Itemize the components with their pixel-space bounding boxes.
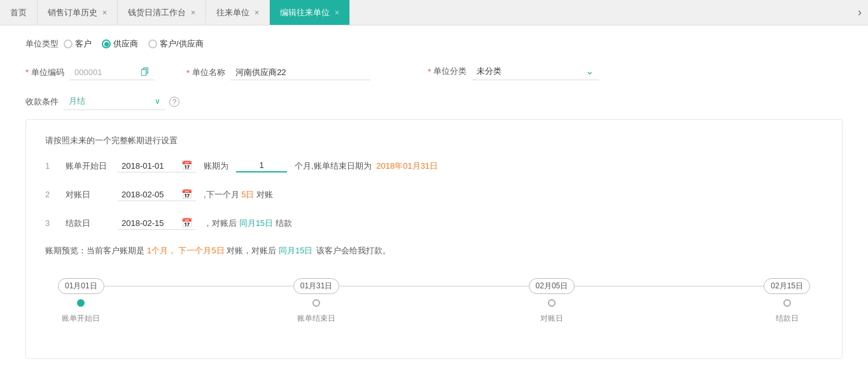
tab-home[interactable]: 首页 xyxy=(0,0,38,25)
calendar-icon-1[interactable]: 📅 xyxy=(181,160,192,171)
radio-customer-label: 客户 xyxy=(75,38,92,50)
unit-code-input-wrap: 🗍 xyxy=(69,64,155,80)
setting-row-3: 3 结款日 📅 ，对账后 同月15日 结款 xyxy=(45,216,823,230)
timeline-badge-3: 02月05日 xyxy=(529,278,575,294)
unit-name-input[interactable] xyxy=(230,65,370,80)
row-desc-2-suffix: 对账 xyxy=(256,190,273,199)
row-num-2: 2 xyxy=(45,190,58,199)
timeline-dot-3 xyxy=(548,299,556,307)
unit-code-input[interactable] xyxy=(74,67,138,77)
tab-more-button[interactable]: › xyxy=(851,0,868,25)
tab-sales-label: 销售订单历史 xyxy=(48,7,97,18)
row-desc-3: ，对账后 同月15日 结款 xyxy=(204,218,292,229)
tab-edit-close-icon[interactable]: × xyxy=(335,8,339,17)
unit-code-group: * 单位编码 🗍 xyxy=(25,64,155,80)
row-desc-3-highlight: 同月15日 xyxy=(239,218,273,228)
settings-box: 请按照未来的一个完整帐期进行设置 1 账单开始日 📅 账期为 个月,账单结束日期… xyxy=(25,119,843,359)
tab-partner[interactable]: 往来单位 × xyxy=(206,0,270,25)
main-content: 单位类型 客户 供应商 客户/供应商 * 单位编码 xyxy=(0,25,868,387)
setting-row-1: 1 账单开始日 📅 账期为 个月,账单结束日期为 2018年01月31日 xyxy=(45,159,823,172)
tab-bar: 首页 销售订单历史 × 钱货日清工作台 × 往来单位 × 编辑往来单位 × › xyxy=(0,0,868,25)
tab-edit-label: 编辑往来单位 xyxy=(280,7,330,18)
row-months-text: 个月,账单结束日期为 xyxy=(295,161,372,171)
timeline-item-1: 01月01日 账单开始日 xyxy=(58,278,104,324)
preview-span3: 同月15日 xyxy=(279,246,312,255)
row-desc-3-suffix: 结款 xyxy=(276,218,292,228)
timeline-label-3: 对账日 xyxy=(540,313,563,324)
row-label-3: 结款日 xyxy=(66,218,110,229)
row-desc-prefix-1: 账期为 xyxy=(204,160,228,172)
period-input-1[interactable] xyxy=(236,159,287,172)
unit-name-label: 单位名称 xyxy=(192,67,225,78)
row-desc-3-prefix: ，对账后 xyxy=(204,218,237,228)
date-field-3[interactable] xyxy=(122,218,179,228)
unit-code-label: 单位编码 xyxy=(31,67,64,78)
date-input-2: 📅 xyxy=(118,188,196,201)
tab-cash-work[interactable]: 钱货日清工作台 × xyxy=(118,0,206,25)
payment-group: 收款条件 月结 ∨ ? xyxy=(25,93,179,110)
unit-class-select[interactable]: 未分类 ⌄ xyxy=(472,62,599,80)
preview-span1: 1个月， xyxy=(147,246,176,255)
tab-cash-close-icon[interactable]: × xyxy=(191,8,195,17)
tab-home-label: 首页 xyxy=(10,7,27,18)
timeline-item-4: 02月15日 结款日 xyxy=(764,278,810,324)
payment-value: 月结 xyxy=(69,95,150,107)
help-icon-label: ? xyxy=(172,98,176,106)
tab-sales-close-icon[interactable]: × xyxy=(102,8,107,17)
preview-span2: 下一个月5日 xyxy=(178,246,224,255)
radio-both-circle xyxy=(148,39,157,48)
date-field-2[interactable] xyxy=(122,190,179,199)
timeline-dot-4 xyxy=(783,299,791,307)
help-icon[interactable]: ? xyxy=(169,97,179,107)
radio-customer-circle xyxy=(64,39,73,48)
radio-supplier-circle xyxy=(102,39,111,48)
tab-sales-order[interactable]: 销售订单历史 × xyxy=(38,0,118,25)
timeline-label-2: 账单结束日 xyxy=(297,313,335,324)
row-end-date-highlight: 2018年01月31日 xyxy=(376,161,438,171)
payment-chevron-icon: ∨ xyxy=(155,97,160,106)
timeline-item-3: 02月05日 对账日 xyxy=(529,278,575,324)
unit-class-value: 未分类 xyxy=(477,66,585,77)
unit-type-row: 单位类型 客户 供应商 客户/供应商 xyxy=(25,38,843,50)
radio-supplier[interactable]: 供应商 xyxy=(102,38,138,50)
timeline-badge-1: 01月01日 xyxy=(58,278,104,294)
calendar-icon-2[interactable]: 📅 xyxy=(181,189,192,199)
setting-row-2: 2 对账日 📅 ,下一个月 5日 对账 xyxy=(45,188,823,201)
timeline-item-2: 01月31日 账单结束日 xyxy=(293,278,340,324)
timeline-label-1: 账单开始日 xyxy=(62,313,100,324)
tab-cash-label: 钱货日清工作台 xyxy=(128,7,186,18)
date-input-3: 📅 xyxy=(118,216,196,230)
unit-name-star: * xyxy=(186,68,190,78)
row-desc-suffix-1: 个月,账单结束日期为 2018年01月31日 xyxy=(295,160,438,172)
radio-customer[interactable]: 客户 xyxy=(64,38,92,50)
date-field-1[interactable] xyxy=(122,161,179,171)
unit-info-row: * 单位编码 🗍 * 单位名称 * 单位分类 未分类 ⌄ xyxy=(25,62,843,80)
calendar-icon-3[interactable]: 📅 xyxy=(181,218,192,228)
radio-group: 客户 供应商 客户/供应商 xyxy=(64,38,204,50)
payment-select[interactable]: 月结 ∨ xyxy=(64,93,165,110)
row-desc-2-prefix: ,下一个月 xyxy=(204,190,239,199)
unit-type-group: 单位类型 客户 供应商 客户/供应商 xyxy=(25,38,204,50)
chevron-right-icon: › xyxy=(858,6,862,19)
row-desc-2: ,下一个月 5日 对账 xyxy=(204,189,273,201)
radio-both-label: 客户/供应商 xyxy=(160,38,204,50)
unit-code-icon[interactable]: 🗍 xyxy=(141,67,150,77)
tab-edit-partner[interactable]: 编辑往来单位 × xyxy=(270,0,350,25)
timeline-badge-2: 01月31日 xyxy=(293,278,340,294)
unit-class-group: * 单位分类 未分类 ⌄ xyxy=(428,62,599,80)
unit-code-star: * xyxy=(25,67,29,77)
settings-title: 请按照未来的一个完整帐期进行设置 xyxy=(45,135,823,146)
preview-text: 账期预览：当前客户账期是 1个月， 下一个月5日 对账，对账后 同月15日 该客… xyxy=(45,245,823,257)
preview-suffix: 该客户会给我打款。 xyxy=(316,246,391,255)
unit-class-label: 单位分类 xyxy=(433,66,466,77)
radio-both[interactable]: 客户/供应商 xyxy=(148,38,204,50)
row-label-1: 账单开始日 xyxy=(66,160,110,172)
row-label-2: 对账日 xyxy=(66,189,110,201)
payment-label: 收款条件 xyxy=(25,96,59,108)
row-desc-2-highlight: 5日 xyxy=(241,190,254,199)
timeline-badge-4: 02月15日 xyxy=(764,278,810,294)
timeline-dot-1 xyxy=(77,299,85,307)
preview-prefix: 账期预览：当前客户账期是 xyxy=(45,246,144,255)
unit-type-label: 单位类型 xyxy=(25,38,59,50)
tab-partner-close-icon[interactable]: × xyxy=(255,8,259,17)
